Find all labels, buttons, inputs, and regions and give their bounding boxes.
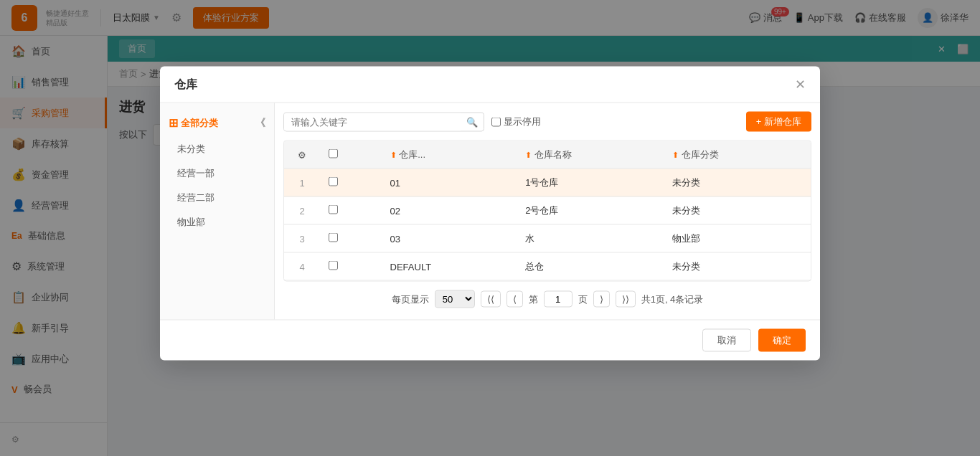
sort-icon-category: ⬆	[672, 151, 679, 159]
row-name-2: 2号仓库	[517, 196, 664, 224]
th-name[interactable]: ⬆ 仓库名称	[517, 141, 664, 169]
th-settings: ⚙	[284, 141, 320, 169]
row-num-3: 3	[284, 224, 320, 252]
row-num-4: 4	[284, 252, 320, 280]
warehouse-table-wrap: ⚙ ⬆ 仓库... ⬆ 仓库名称 ⬆	[283, 141, 811, 282]
row-checkbox-3[interactable]	[320, 224, 382, 252]
pagination: 每页显示 50 100 ⟨⟨ ⟨ 第 页 ⟩ ⟩⟩ 共1页, 4条记录	[283, 282, 811, 311]
category-all-label[interactable]: 全部分类	[181, 116, 218, 129]
row-checkbox-2[interactable]	[320, 196, 382, 224]
search-icon[interactable]: 🔍	[461, 113, 484, 130]
row-code-4: DEFAULT	[382, 252, 517, 280]
sort-icon: ⬆	[390, 151, 397, 159]
category-item-dept1[interactable]: 经营一部	[160, 161, 274, 186]
row-name-3: 水	[517, 224, 664, 252]
row-category-2: 未分类	[664, 196, 811, 224]
th-checkbox	[320, 141, 382, 169]
last-page-button[interactable]: ⟩⟩	[616, 291, 636, 308]
row-category-4: 未分类	[664, 252, 811, 280]
select-all-checkbox[interactable]	[329, 149, 338, 158]
category-item-property[interactable]: 物业部	[160, 210, 274, 234]
row-category-1: 未分类	[664, 168, 811, 196]
search-input[interactable]	[284, 113, 461, 130]
category-header: ⊞ 全部分类 《	[160, 112, 274, 137]
row-name-4: 总仓	[517, 252, 664, 280]
modal-close-button[interactable]: ✕	[795, 77, 806, 92]
row-checkbox-4[interactable]	[320, 252, 382, 280]
total-records: 共1页, 4条记录	[641, 293, 704, 305]
table-row[interactable]: 4 DEFAULT 总仓 未分类	[284, 252, 811, 280]
table-row[interactable]: 3 03 水 物业部	[284, 224, 811, 252]
grid-icon: ⊞	[169, 116, 178, 130]
row-name-1: 1号仓库	[517, 168, 664, 196]
category-item-unclassified[interactable]: 未分类	[160, 137, 274, 161]
category-panel: ⊞ 全部分类 《 未分类 经营一部 经营二部 物业部	[160, 103, 275, 320]
first-page-button[interactable]: ⟨⟨	[481, 291, 501, 308]
search-box: 🔍	[283, 112, 484, 131]
per-page-select[interactable]: 50 100	[435, 290, 475, 308]
warehouse-table: ⚙ ⬆ 仓库... ⬆ 仓库名称 ⬆	[284, 141, 811, 281]
show-disabled-checkbox[interactable]: 显示停用	[491, 115, 541, 128]
row-code-1: 01	[382, 168, 517, 196]
prev-page-button[interactable]: ⟨	[507, 291, 523, 308]
show-disabled-input[interactable]	[491, 117, 501, 126]
warehouse-modal: 仓库 ✕ ⊞ 全部分类 《 未分类 经营一部 经营二部 物业部 🔍	[160, 67, 820, 361]
table-row[interactable]: 1 01 1号仓库 未分类	[284, 168, 811, 196]
row-code-2: 02	[382, 196, 517, 224]
next-page-button[interactable]: ⟩	[593, 291, 610, 308]
modal-title: 仓库	[174, 77, 197, 92]
category-item-dept2[interactable]: 经营二部	[160, 186, 274, 210]
modal-footer: 取消 确定	[160, 320, 820, 361]
modal-header: 仓库 ✕	[160, 67, 820, 103]
th-category[interactable]: ⬆ 仓库分类	[664, 141, 811, 169]
cancel-button[interactable]: 取消	[702, 329, 751, 352]
row-num-2: 2	[284, 196, 320, 224]
settings-icon: ⚙	[298, 149, 306, 160]
confirm-button[interactable]: 确定	[758, 329, 806, 352]
list-toolbar: 🔍 显示停用 + 新增仓库	[283, 112, 811, 132]
table-header-row: ⚙ ⬆ 仓库... ⬆ 仓库名称 ⬆	[284, 141, 811, 169]
sort-icon-name: ⬆	[525, 151, 532, 159]
new-warehouse-button[interactable]: + 新增仓库	[746, 112, 811, 132]
th-code[interactable]: ⬆ 仓库...	[382, 141, 517, 169]
modal-body: ⊞ 全部分类 《 未分类 经营一部 经营二部 物业部 🔍 显示停用	[160, 103, 820, 320]
warehouse-list-panel: 🔍 显示停用 + 新增仓库 ⚙ ⬆ 仓库	[275, 103, 820, 320]
row-num-1: 1	[284, 168, 320, 196]
page-input[interactable]	[544, 291, 573, 308]
collapse-button[interactable]: 《	[255, 116, 265, 129]
row-checkbox-1[interactable]	[320, 168, 382, 196]
table-row[interactable]: 2 02 2号仓库 未分类	[284, 196, 811, 224]
row-category-3: 物业部	[664, 224, 811, 252]
row-code-3: 03	[382, 224, 517, 252]
